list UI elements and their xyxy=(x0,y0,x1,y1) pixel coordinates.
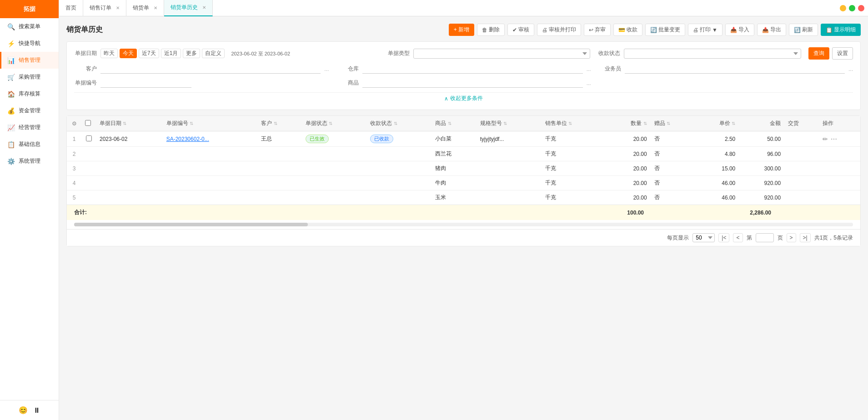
goods-input[interactable] xyxy=(362,78,582,88)
table-settings-icon[interactable]: ⚙ xyxy=(72,120,77,127)
abandon-icon: ↩ xyxy=(589,27,593,33)
date-btn-more[interactable]: 更多 xyxy=(183,49,200,58)
goods-dots[interactable]: ... xyxy=(587,80,591,86)
doc-number-input[interactable] xyxy=(100,78,191,88)
qty-sort-icon[interactable]: ⇅ xyxy=(643,121,647,126)
per-page-select[interactable]: 50 100 xyxy=(692,233,715,242)
more-action-icon[interactable]: ⋯ xyxy=(831,135,837,143)
last-page-button[interactable]: >| xyxy=(800,233,811,242)
cell-checkbox-4[interactable] xyxy=(81,190,96,205)
cell-gift-0: 否 xyxy=(651,131,695,147)
refresh-button-label: 刷新 xyxy=(802,26,813,34)
select-all-checkbox[interactable] xyxy=(85,120,91,126)
warehouse-input[interactable] xyxy=(362,64,582,74)
print-button[interactable]: 🖨 打印 ▼ xyxy=(688,24,722,36)
sidebar-item-ops-mgmt[interactable]: 📈 经营管理 xyxy=(0,119,59,136)
date-btn-yesterday[interactable]: 昨天 xyxy=(100,49,118,58)
sidebar-item-basic-info[interactable]: 📋 基础信息 xyxy=(0,136,59,153)
query-button[interactable]: 查询 xyxy=(808,47,829,60)
sidebar-item-sys-mgmt[interactable]: ⚙️ 系统管理 xyxy=(0,153,59,170)
customer-input[interactable] xyxy=(100,64,321,74)
unit-sort-icon[interactable]: ⇅ xyxy=(568,121,572,126)
batch-change-button[interactable]: 🔄 批量变更 xyxy=(645,24,685,36)
sidebar-item-sales-mgmt[interactable]: 📊 销售管理 xyxy=(0,52,59,69)
maximize-button[interactable] xyxy=(849,5,855,11)
import-button[interactable]: 📥 导入 xyxy=(725,24,754,36)
horizontal-scrollbar[interactable] xyxy=(67,220,860,229)
date-btn-7days[interactable]: 近7天 xyxy=(139,49,159,58)
date-buttons: 昨天 今天 近7天 近1月 更多 自定义 xyxy=(100,49,225,58)
sidebar-item-ops-label: 经营管理 xyxy=(19,124,40,131)
salesperson-dots[interactable]: ... xyxy=(848,66,853,72)
goods-sort-icon[interactable]: ⇅ xyxy=(448,121,452,126)
doc-number-link[interactable]: SA-20230602-0... xyxy=(166,136,209,142)
collect-status-label: 收款状态 xyxy=(597,50,620,57)
gift-sort-icon[interactable]: ⇅ xyxy=(667,121,670,126)
collect-status-select[interactable] xyxy=(624,49,801,59)
refresh-button[interactable]: 🔃 刷新 xyxy=(789,24,818,36)
settings-filter-button[interactable]: 设置 xyxy=(832,47,853,60)
unit-price-sort-icon[interactable]: ⇅ xyxy=(732,121,735,126)
sidebar-user-icon[interactable]: 😊 xyxy=(19,406,28,415)
date-btn-custom[interactable]: 自定义 xyxy=(202,49,225,58)
collect-status-field: 收款状态 xyxy=(597,49,801,59)
row-checkbox[interactable] xyxy=(86,135,92,141)
prev-page-button[interactable]: < xyxy=(733,233,743,242)
tab-sales-order[interactable]: 销售订单 ✕ xyxy=(83,0,126,16)
cell-checkbox-0[interactable] xyxy=(81,131,96,147)
cell-number-3[interactable] xyxy=(163,176,258,190)
show-detail-button[interactable]: 📋 显示明细 xyxy=(821,24,861,36)
sidebar-item-purchase-mgmt[interactable]: 🛒 采购管理 xyxy=(0,69,59,85)
sidebar-item-search-menu-label: 搜索菜单 xyxy=(19,23,40,30)
cell-checkbox-1[interactable] xyxy=(81,147,96,161)
ops-icon: 📈 xyxy=(7,124,15,131)
next-page-button[interactable]: > xyxy=(787,233,796,242)
cell-unit-2: 千克 xyxy=(542,161,607,176)
cell-checkbox-2[interactable] xyxy=(81,161,96,176)
collect-button[interactable]: 💳 收款 xyxy=(613,24,642,36)
close-button[interactable] xyxy=(858,5,864,11)
tab-sales-goods[interactable]: 销货单 ✕ xyxy=(126,0,164,16)
close-sales-history-tab-icon[interactable]: ✕ xyxy=(202,5,206,10)
number-sort-icon[interactable]: ⇅ xyxy=(190,121,193,126)
sidebar-item-inventory-calc[interactable]: 🏠 库存核算 xyxy=(0,85,59,102)
tab-home[interactable]: 首页 xyxy=(59,0,83,16)
collect-status-sort-icon[interactable]: ⇅ xyxy=(394,121,397,126)
date-sort-icon[interactable]: ⇅ xyxy=(123,121,126,126)
collapse-button[interactable]: ∧ 收起更多条件 xyxy=(74,92,853,104)
spec-sort-icon[interactable]: ⇅ xyxy=(503,121,507,126)
salesperson-input[interactable] xyxy=(625,64,845,74)
warehouse-dots[interactable]: ... xyxy=(587,66,591,72)
close-sales-goods-tab-icon[interactable]: ✕ xyxy=(154,5,157,10)
close-sales-order-tab-icon[interactable]: ✕ xyxy=(116,5,120,10)
sidebar-item-fund-mgmt[interactable]: 💰 资金管理 xyxy=(0,102,59,119)
date-btn-today[interactable]: 今天 xyxy=(120,49,137,58)
date-btn-1month[interactable]: 近1月 xyxy=(161,49,181,58)
doc-status-sort-icon[interactable]: ⇅ xyxy=(329,121,332,126)
tab-sales-history[interactable]: 销货单历史 ✕ xyxy=(164,0,213,16)
cell-checkbox-3[interactable] xyxy=(81,176,96,190)
cell-number-0[interactable]: SA-20230602-0... xyxy=(163,131,258,147)
review-print-button[interactable]: 🖨 审核并打印 xyxy=(537,24,581,36)
abandon-button[interactable]: ↩ 弃审 xyxy=(584,24,611,36)
cell-number-1[interactable] xyxy=(163,147,258,161)
sidebar-item-search-menu[interactable]: 🔍 搜索菜单 xyxy=(0,18,59,35)
review-button[interactable]: ✔ 审核 xyxy=(507,24,534,36)
page-input[interactable]: 1 xyxy=(756,233,774,242)
minimize-button[interactable] xyxy=(840,5,846,11)
cell-number-2[interactable] xyxy=(163,161,258,176)
cell-qty-3: 20.00 xyxy=(606,176,650,190)
sidebar-item-quick-nav[interactable]: ⚡ 快捷导航 xyxy=(0,35,59,52)
edit-action-icon[interactable]: ✏ xyxy=(823,135,828,143)
first-page-button[interactable]: |< xyxy=(718,233,729,242)
delete-button[interactable]: 🗑 删除 xyxy=(477,24,505,36)
cell-number-4[interactable] xyxy=(163,190,258,205)
doc-number-label: 单据编号 xyxy=(74,79,97,87)
cell-index-3: 4 xyxy=(67,176,81,190)
export-button[interactable]: 📤 导出 xyxy=(757,24,786,36)
customer-sort-icon[interactable]: ⇅ xyxy=(274,121,277,126)
customer-dots[interactable]: ... xyxy=(324,66,329,72)
sidebar-pause-icon[interactable]: ⏸ xyxy=(33,406,40,415)
doc-type-select[interactable] xyxy=(413,49,591,59)
new-button[interactable]: + 新增 xyxy=(449,24,474,36)
